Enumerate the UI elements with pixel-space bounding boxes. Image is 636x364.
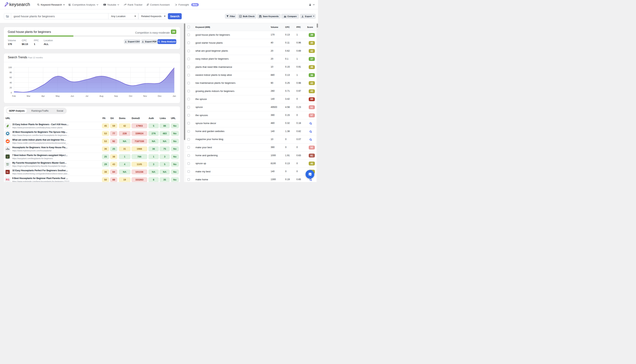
svg-text:Mar: Mar xyxy=(27,95,31,97)
svg-text:e: e xyxy=(7,156,8,158)
svg-text:100: 100 xyxy=(8,66,12,68)
svg-text:Jun: Jun xyxy=(71,95,74,97)
svg-text:20: 20 xyxy=(10,86,12,89)
svg-text:Oct: Oct xyxy=(129,95,132,97)
svg-text:May: May xyxy=(56,95,60,97)
svg-text:Apr: Apr xyxy=(42,95,45,97)
svg-text:Feb: Feb xyxy=(12,95,16,97)
svg-text:0: 0 xyxy=(11,92,12,94)
svg-text:40: 40 xyxy=(10,82,12,84)
svg-text:80: 80 xyxy=(10,71,12,74)
svg-text:Nov: Nov xyxy=(143,95,147,97)
svg-text:SL: SL xyxy=(6,171,9,173)
svg-text:60: 60 xyxy=(10,76,12,78)
svg-text:Aug: Aug xyxy=(99,95,103,97)
svg-text:Jul: Jul xyxy=(86,95,88,97)
svg-text:Jan: Jan xyxy=(172,95,176,97)
svg-text:Sep: Sep xyxy=(114,95,118,97)
svg-text:Dec: Dec xyxy=(158,95,162,97)
